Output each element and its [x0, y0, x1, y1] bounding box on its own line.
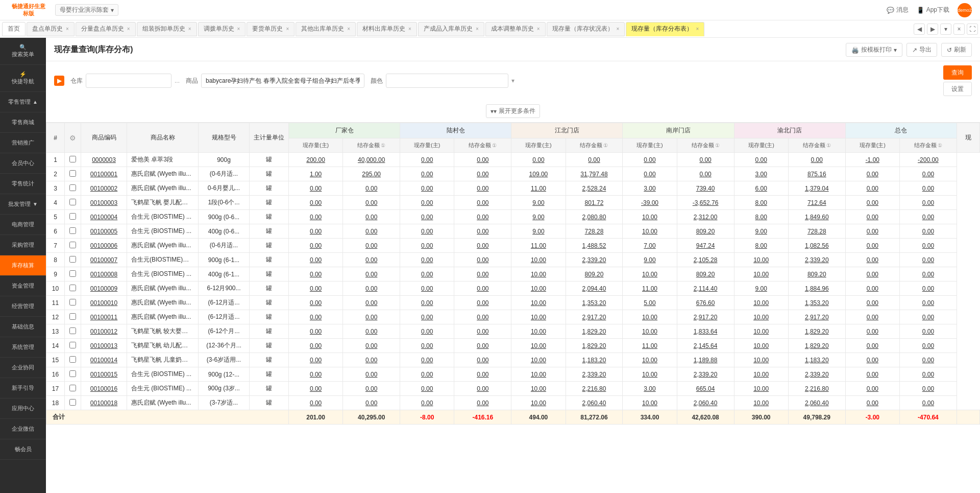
message-button[interactable]: 💬 消息 [887, 6, 909, 14]
tab-close-product-in-history[interactable]: × [476, 26, 479, 32]
cell-name: 惠氏启赋 (Wyeth illu... [127, 167, 199, 181]
sidebar-item-shortcut[interactable]: ⚡ 快捷导航 [0, 65, 46, 92]
cell-checkbox[interactable] [65, 239, 81, 253]
tab-product-in-history[interactable]: 产成品入库单历史 × [418, 22, 484, 36]
cell-checkbox[interactable] [65, 324, 81, 339]
tab-close-stock-status[interactable]: × [617, 26, 620, 32]
cell-code: 00100016 [81, 382, 127, 396]
th-factory-amt: 结存金额① [343, 138, 400, 153]
cell-val-4: 11.00 [511, 239, 566, 253]
info-icon-2[interactable]: ① [492, 143, 497, 148]
cell-checkbox[interactable] [65, 196, 81, 210]
filter-toggle-button[interactable]: ▶ [54, 76, 64, 86]
sidebar-item-basic[interactable]: 基础信息 [0, 317, 46, 337]
tab-close-all-button[interactable]: × [953, 24, 965, 35]
sidebar-item-stock[interactable]: 库存核算 [0, 255, 46, 276]
sidebar-item-appcenter[interactable]: 应用中心 [0, 398, 46, 419]
sidebar-item-search[interactable]: 🔍 搜索英单 [0, 38, 46, 65]
sidebar-item-ecommerce[interactable]: 电商管理 [0, 215, 46, 235]
tab-spot-history[interactable]: 盘点单历史 × [27, 22, 75, 36]
tab-close-material-out-history[interactable]: × [408, 26, 411, 32]
cell-checkbox[interactable] [65, 167, 81, 181]
th-total-warehouse: 总仓 [845, 123, 957, 138]
tab-menu-button[interactable]: ▾ [940, 24, 951, 35]
cell-checkbox[interactable] [65, 353, 81, 367]
cell-checkbox[interactable] [65, 396, 81, 410]
tab-fraction-history[interactable]: 分量盘点单历史 × [76, 22, 136, 36]
tab-close-requisition-history[interactable]: × [286, 26, 289, 32]
tab-prev-button[interactable]: ◀ [914, 24, 925, 35]
warehouse-input[interactable] [86, 74, 172, 88]
column-settings-icon[interactable]: ⚙ [69, 134, 76, 142]
cell-val-0: 0.00 [289, 324, 343, 339]
sidebar-item-operation[interactable]: 经营管理 [0, 296, 46, 317]
tab-fullscreen-button[interactable]: ⛶ [967, 24, 978, 35]
tab-close-other-out-history[interactable]: × [347, 26, 350, 32]
tab-close-fraction-history[interactable]: × [127, 26, 130, 32]
tab-home[interactable]: 首页 [2, 22, 26, 36]
sidebar-item-system[interactable]: 系统管理 [0, 337, 46, 358]
tab-transfer-history[interactable]: 调拨单历史 × [198, 22, 246, 36]
cell-checkbox[interactable] [65, 153, 81, 167]
sidebar-item-guide[interactable]: 新手引导 [0, 378, 46, 398]
info-icon-1[interactable]: ① [381, 143, 385, 148]
refresh-button[interactable]: ↺ 刷新 [941, 43, 972, 57]
cell-checkbox[interactable] [65, 224, 81, 239]
cell-val-4: 9.00 [511, 224, 566, 239]
setting-button[interactable]: 设置 [943, 82, 972, 96]
color-input[interactable] [386, 74, 508, 88]
tab-other-out-history[interactable]: 其他出库单历史 × [296, 22, 356, 36]
sidebar-item-purchase[interactable]: 采购管理 [0, 235, 46, 255]
sidebar-item-member2[interactable]: 畅会员 [0, 439, 46, 460]
expand-conditions-button[interactable]: ▾▾ 展开更多条件 [486, 104, 540, 118]
tab-assembly-history[interactable]: 组装拆卸单历史 × [137, 22, 197, 36]
info-icon-6[interactable]: ① [938, 143, 942, 148]
sidebar-item-retail-stats[interactable]: 零售统计 [0, 174, 46, 194]
sidebar-item-finance[interactable]: 资金管理 [0, 276, 46, 296]
tab-close-transfer-history[interactable]: × [237, 26, 240, 32]
cell-spec: (3-7岁适... [199, 396, 250, 410]
sidebar-item-enterprise[interactable]: 企业协同 [0, 358, 46, 378]
tab-requisition-history[interactable]: 要货单历史 × [247, 22, 295, 36]
tab-material-out-history[interactable]: 材料出库单历史 × [357, 22, 417, 36]
tab-close-cost-adjust-history[interactable]: × [537, 26, 540, 32]
cell-val-9: 1,353.20 [788, 296, 845, 310]
cell-val-6: 10.00 [623, 267, 677, 281]
cell-checkbox[interactable] [65, 210, 81, 224]
cell-name: 惠氏启赋 (Wyeth illu... [127, 281, 199, 296]
tab-stock-status[interactable]: 现存量（库存状况表） × [547, 22, 625, 36]
search-button[interactable]: 查询 [943, 65, 972, 80]
sidebar-item-retail-store[interactable]: 零售商城 [0, 112, 46, 133]
store-selector[interactable]: 母婴行业演示陈套 ▾ [55, 4, 118, 16]
cell-checkbox[interactable] [65, 181, 81, 196]
tab-close-spot-history[interactable]: × [66, 26, 69, 32]
cell-checkbox[interactable] [65, 267, 81, 281]
export-button[interactable]: ↗ 导出 [906, 43, 937, 57]
tab-stock-dist[interactable]: 现存量（库存分布表） × [626, 22, 704, 36]
cell-checkbox[interactable] [65, 310, 81, 324]
print-button[interactable]: 🖨️ 按模板打印 ▾ [846, 43, 902, 57]
cell-checkbox[interactable] [65, 382, 81, 396]
cell-checkbox[interactable] [65, 281, 81, 296]
cell-checkbox[interactable] [65, 253, 81, 267]
info-icon-5[interactable]: ① [826, 143, 831, 148]
sidebar-item-wholesale[interactable]: 批发管理 ▼ [0, 194, 46, 215]
tab-close-assembly-history[interactable]: × [188, 26, 191, 32]
tab-cost-adjust-history[interactable]: 成本调整单历史 × [485, 22, 546, 36]
cell-val-9: 2,060.40 [788, 396, 845, 410]
sidebar-item-wechat[interactable]: 企业微信 [0, 419, 46, 439]
cell-checkbox[interactable] [65, 367, 81, 382]
sidebar-item-retail-mgmt[interactable]: 零售管理 ▲ [0, 92, 46, 112]
goods-input[interactable] [201, 74, 364, 88]
cell-checkbox[interactable] [65, 296, 81, 310]
tab-close-stock-dist[interactable]: × [696, 26, 699, 32]
warehouse-more-button[interactable]: ... [175, 77, 180, 84]
tab-next-button[interactable]: ▶ [927, 24, 938, 35]
user-profile[interactable]: demo2 [958, 3, 972, 17]
cell-checkbox[interactable] [65, 339, 81, 353]
info-icon-3[interactable]: ① [603, 143, 608, 148]
app-download-button[interactable]: 📱 App下载 [917, 6, 949, 14]
sidebar-item-marketing[interactable]: 营销推广 [0, 133, 46, 153]
info-icon-4[interactable]: ① [715, 143, 720, 148]
sidebar-item-member[interactable]: 会员中心 [0, 153, 46, 174]
